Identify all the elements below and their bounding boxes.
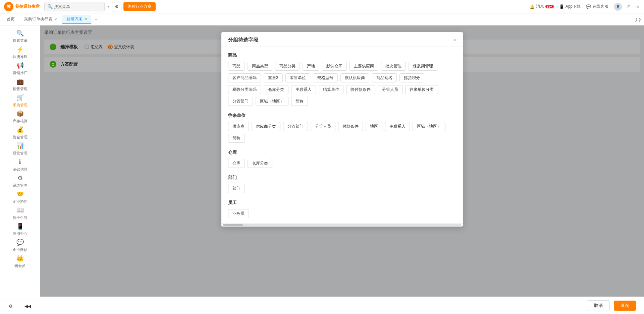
nav-dropdown-icon[interactable]: ▼ bbox=[107, 5, 110, 8]
field-tag-expiry-mgmt[interactable]: 保质期管理 bbox=[409, 62, 437, 71]
modal-close-button[interactable]: × bbox=[453, 37, 456, 43]
tab-new-plan-close-icon[interactable]: ✕ bbox=[85, 17, 87, 21]
online-service-button[interactable]: 💬 在线客服 bbox=[586, 4, 608, 9]
field-tag-main-contact[interactable]: 主联系人 bbox=[291, 85, 316, 94]
section-staff-tags: 业务员 bbox=[228, 209, 456, 218]
field-tag-abbr[interactable]: 简称 bbox=[291, 97, 308, 106]
add-tab-button[interactable]: ＋ bbox=[94, 16, 98, 22]
modal-body[interactable]: 商品 商品 商品类型 商品分类 产地 默认仓库 主要供应商 批次管理 保质期管理… bbox=[221, 47, 463, 223]
field-tag-region2[interactable]: 区域（地区） bbox=[413, 122, 445, 131]
top-header: 标 畅捷通好生意 🔍 ▼ ⚙ 体验行业方案 🔔 消息 99+ 📱 App下载 💬… bbox=[0, 0, 644, 13]
sidebar-item-purchase[interactable]: 🛒 采购管理 bbox=[0, 92, 40, 109]
sidebar-item-purchase-label: 采购管理 bbox=[13, 103, 28, 108]
field-tag-area[interactable]: 地区 bbox=[366, 122, 382, 131]
sidebar-item-apps[interactable]: 📱 应用中心 bbox=[0, 221, 40, 237]
field-tag-dept[interactable]: 部门 bbox=[228, 184, 245, 193]
notification-label: 消息 bbox=[536, 4, 544, 9]
field-tag-partner-category[interactable]: 往来单位分类 bbox=[405, 85, 438, 94]
field-tag-goods-type[interactable]: 商品类型 bbox=[248, 62, 272, 71]
field-tag-supplier-category[interactable]: 供应商分类 bbox=[252, 122, 280, 131]
notification-badge: 99+ bbox=[545, 5, 554, 8]
field-tag-settlement-unit[interactable]: 结算单位 bbox=[319, 85, 343, 94]
tab-expand-icon[interactable]: ❯❯ bbox=[635, 17, 641, 22]
sidebar-settings-icon[interactable]: ⚙ bbox=[9, 304, 13, 309]
field-tag-origin[interactable]: 产地 bbox=[303, 62, 319, 71]
sidebar-collapse-icon[interactable]: ◀◀ bbox=[24, 304, 31, 309]
apps-icon: 📱 bbox=[16, 223, 24, 230]
sidebar-item-search[interactable]: 🔍 搜索菜单 bbox=[0, 28, 40, 44]
system-icon: ⚙ bbox=[17, 174, 23, 182]
field-tag-weight3[interactable]: 重量3 bbox=[264, 73, 283, 82]
field-tag-person-mgmt2[interactable]: 分管人员 bbox=[311, 122, 335, 131]
sidebar-item-quicknav[interactable]: ⚡ 快捷导航 bbox=[0, 44, 40, 60]
field-tag-warehouse-category[interactable]: 仓库分类 bbox=[264, 85, 288, 94]
modal-hscrollbar[interactable] bbox=[221, 223, 463, 227]
experience-button[interactable]: 体验行业方案 bbox=[123, 2, 156, 11]
sidebar-item-sales-label: 销售管理 bbox=[13, 86, 28, 91]
section-partner-tags: 供应商 供应商分类 分管部门 分管人员 付款条件 地区 主联系人 区域（地区） … bbox=[228, 122, 456, 143]
field-tag-main-contact2[interactable]: 主联系人 bbox=[385, 122, 410, 131]
confirm-button[interactable]: 查询 bbox=[614, 301, 636, 311]
sidebar-item-guide-label: 新手引导 bbox=[13, 215, 28, 220]
cancel-button[interactable]: 取消 bbox=[587, 300, 610, 311]
inventory-icon: 📦 bbox=[16, 110, 24, 117]
app-download-button[interactable]: 📱 App下载 bbox=[559, 4, 581, 9]
hscroll-thumb[interactable] bbox=[223, 224, 243, 226]
sidebar-item-finance[interactable]: 💰 资金管理 bbox=[0, 125, 40, 141]
app-label: App下载 bbox=[566, 4, 581, 9]
section-warehouse-tags: 仓库 仓库分类 bbox=[228, 159, 456, 168]
tab-purchase-close-icon[interactable]: ✕ bbox=[54, 17, 57, 21]
field-tag-batch-mgmt[interactable]: 批次管理 bbox=[381, 62, 406, 71]
modal-title: 分组待选字段 bbox=[228, 37, 258, 43]
field-tag-payment-terms[interactable]: 收付款条件 bbox=[346, 85, 375, 94]
notification-button[interactable]: 🔔 消息 99+ bbox=[530, 4, 554, 9]
sidebar-item-system[interactable]: ⚙ 系统管理 bbox=[0, 173, 40, 189]
field-tag-spec-model[interactable]: 规格型号 bbox=[313, 73, 338, 82]
field-tag-warehouse[interactable]: 仓库 bbox=[228, 159, 245, 168]
settings-button[interactable]: ⚙ bbox=[112, 2, 121, 11]
search-input-wrap[interactable]: 🔍 bbox=[44, 2, 105, 11]
section-partner: 往来单位 供应商 供应商分类 分管部门 分管人员 付款条件 地区 主联系人 区域… bbox=[228, 113, 456, 143]
field-tag-abbr2[interactable]: 简称 bbox=[228, 134, 245, 143]
sidebar-item-marketing[interactable]: 📢 营销推广 bbox=[0, 60, 40, 76]
field-tag-manager[interactable]: 分管人员 bbox=[378, 85, 402, 94]
search-input[interactable] bbox=[54, 4, 94, 9]
field-tag-warehouse-cat[interactable]: 仓库分类 bbox=[248, 159, 272, 168]
field-tag-goods-alias[interactable]: 商品别名 bbox=[372, 73, 397, 82]
field-tag-retail-unit[interactable]: 零售单位 bbox=[285, 73, 310, 82]
field-tag-salesperson[interactable]: 业务员 bbox=[228, 209, 249, 218]
tab-new-plan[interactable]: 新建方案 ✕ bbox=[62, 15, 91, 24]
tab-home[interactable]: 首页 bbox=[3, 15, 19, 24]
sidebar-item-inventory[interactable]: 📦 库存核算 bbox=[0, 109, 40, 125]
field-tag-customer-code[interactable]: 客户商品编码 bbox=[228, 73, 261, 82]
sidebar-item-sales[interactable]: 💼 销售管理 bbox=[0, 76, 40, 92]
collab-icon: 🤝 bbox=[16, 190, 24, 198]
sidebar-item-finance-label: 资金管理 bbox=[13, 135, 28, 140]
section-staff-title: 员工 bbox=[228, 200, 456, 206]
avatar[interactable]: 👤 bbox=[614, 3, 622, 11]
sidebar-item-business[interactable]: 📊 经营管理 bbox=[0, 141, 40, 157]
business-icon: 📊 bbox=[16, 142, 24, 149]
field-tag-supplier[interactable]: 供应商 bbox=[228, 122, 249, 131]
field-tag-dept-mgmt[interactable]: 分管部门 bbox=[228, 97, 253, 106]
field-tag-region[interactable]: 区域（地区） bbox=[256, 97, 288, 106]
field-tag-dept-mgmt2[interactable]: 分管部门 bbox=[283, 122, 308, 131]
close-header-icon[interactable]: ✕ bbox=[636, 4, 640, 9]
section-warehouse: 仓库 仓库 仓库分类 bbox=[228, 149, 456, 168]
field-tag-default-warehouse[interactable]: 默认仓库 bbox=[322, 62, 347, 71]
sidebar-item-member[interactable]: 👑 畅会员 bbox=[0, 253, 40, 269]
field-tag-pick-points[interactable]: 拣货积分 bbox=[399, 73, 424, 82]
sidebar-item-wechat[interactable]: 💬 企业微信 bbox=[0, 237, 40, 253]
field-tag-payment-cond[interactable]: 付款条件 bbox=[338, 122, 363, 131]
sidebar-item-info-label: 基础信息 bbox=[13, 167, 28, 172]
field-tag-main-supplier[interactable]: 主要供应商 bbox=[350, 62, 378, 71]
sidebar-item-info[interactable]: ℹ 基础信息 bbox=[0, 157, 40, 173]
expand-icon[interactable]: ⊞ bbox=[627, 4, 631, 9]
field-tag-goods[interactable]: 商品 bbox=[228, 62, 245, 71]
field-tag-default-supplier[interactable]: 默认供应商 bbox=[340, 73, 369, 82]
tab-purchase-list[interactable]: 采购订单执行表 ✕ bbox=[20, 15, 61, 24]
field-tag-tax-code[interactable]: 税收分类编码 bbox=[228, 85, 261, 94]
sidebar-item-collab[interactable]: 🤝 企业协同 bbox=[0, 189, 40, 205]
field-tag-goods-category[interactable]: 商品分类 bbox=[275, 62, 300, 71]
sidebar-item-guide[interactable]: 📖 新手引导 bbox=[0, 205, 40, 221]
